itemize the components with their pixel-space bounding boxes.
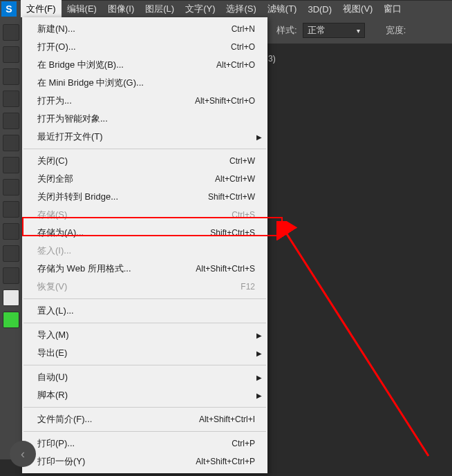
tool-icon[interactable] [3,223,19,240]
menu-item-open-as[interactable]: 打开为... Alt+Shift+Ctrl+O [22,92,267,110]
menu-item-label: 自动(U) [37,371,255,383]
menu-item-script[interactable]: 脚本(R) ▶ [22,386,267,404]
menu-item-close[interactable]: 关闭(C) Ctrl+W [22,152,267,170]
menu-window[interactable]: 窗口 [378,0,407,18]
menu-item-label: 存储(S) [37,209,232,221]
menu-item-open[interactable]: 打开(O)... Ctrl+O [22,38,267,56]
menu-item-label: 打开为... [37,95,195,107]
tool-icon[interactable] [3,24,19,41]
left-toolbar [0,17,22,459]
menu-item-label: 关闭(C) [37,155,229,167]
menu-separator [23,431,266,432]
menu-item-recent[interactable]: 最近打开文件(T) ▶ [22,128,267,146]
menu-item-shortcut: Ctrl+P [232,439,255,448]
menu-item-label: 打开为智能对象... [37,113,255,125]
tool-icon[interactable] [3,91,19,107]
svg-line-0 [285,231,429,456]
menu-item-shortcut: Alt+Shift+Ctrl+O [195,96,255,106]
tool-icon[interactable] [3,267,19,284]
menu-item-label: 新建(N)... [37,23,232,35]
menu-item-open-smart[interactable]: 打开为智能对象... [22,110,267,128]
menu-item-label: 在 Mini Bridge 中浏览(G)... [37,77,255,89]
tab-fragment: 3) [268,54,276,64]
tool-icon[interactable] [3,46,19,63]
menu-item-label: 置入(L)... [37,305,255,317]
menu-item-close-bridge[interactable]: 关闭并转到 Bridge... Shift+Ctrl+W [22,188,267,206]
menu-item-shortcut: Alt+Shift+Ctrl+I [199,415,255,424]
menu-item-save-as[interactable]: 存储为(A)... Shift+Ctrl+S [22,224,267,242]
menu-item-shortcut: Alt+Shift+Ctrl+P [196,457,255,466]
tool-icon-selected[interactable] [3,289,19,306]
menu-view[interactable]: 视图(V) [337,0,378,18]
menu-item-shortcut: Shift+Ctrl+W [208,192,255,202]
menu-item-check-in: 签入(I)... [22,242,267,260]
chevron-right-icon: ▶ [256,332,262,339]
menu-edit[interactable]: 编辑(E) [62,0,102,18]
menu-item-label: 文件简介(F)... [37,413,199,426]
menu-item-label: 打印一份(Y) [37,455,196,468]
menu-item-label: 存储为(A)... [37,227,210,239]
menu-separator [23,149,266,149]
menu-item-file-info[interactable]: 文件简介(F)... Alt+Shift+Ctrl+I [22,410,267,428]
menu-item-shortcut: F12 [241,282,255,292]
menu-item-label: 存储为 Web 所用格式... [37,263,196,275]
menu-item-label: 最近打开文件(T) [37,131,255,143]
menu-item-shortcut: Ctrl+W [229,156,255,166]
menu-item-label: 恢复(V) [37,280,241,293]
menu-file[interactable]: 文件(F) [21,0,62,18]
menu-item-print-one[interactable]: 打印一份(Y) Alt+Shift+Ctrl+P [22,453,267,470]
chevron-left-icon: ‹ [21,447,25,461]
menu-item-browse-bridge[interactable]: 在 Bridge 中浏览(B)... Alt+Ctrl+O [22,56,267,74]
menu-item-label: 打开(O)... [37,41,231,53]
menu-item-revert: 恢复(V) F12 [22,278,267,296]
menu-item-print[interactable]: 打印(P)... Ctrl+P [22,435,267,453]
menu-item-shortcut: Alt+Ctrl+W [215,174,255,184]
menu-item-save: 存储(S) Ctrl+S [22,206,267,224]
menu-item-shortcut: Alt+Ctrl+O [216,60,255,70]
menu-item-browse-mini[interactable]: 在 Mini Bridge 中浏览(G)... [22,74,267,92]
tool-icon[interactable] [3,113,19,129]
app-icon: S [1,1,17,17]
menu-item-shortcut: Alt+Shift+Ctrl+S [196,264,255,274]
tool-icon[interactable] [3,157,19,173]
menu-item-auto[interactable]: 自动(U) ▶ [22,368,267,386]
menu-item-label: 在 Bridge 中浏览(B)... [37,59,216,71]
menu-item-export[interactable]: 导出(E) ▶ [22,344,267,362]
menu-select[interactable]: 选择(S) [220,0,261,18]
menu-item-label: 导入(M) [37,329,255,341]
menu-item-label: 签入(I)... [37,245,255,257]
menu-item-label: 关闭并转到 Bridge... [37,191,208,203]
chevron-right-icon: ▶ [256,350,262,357]
chevron-right-icon: ▶ [256,374,262,381]
menu-item-close-all[interactable]: 关闭全部 Alt+Ctrl+W [22,170,267,188]
tool-icon[interactable] [3,68,19,85]
chevron-right-icon: ▶ [256,392,262,399]
tool-icon[interactable] [3,201,19,218]
menu-image[interactable]: 图像(I) [102,0,140,18]
style-select[interactable]: 正常 [303,23,365,38]
menu-item-shortcut: Ctrl+O [231,42,255,52]
menu-3d[interactable]: 3D(D) [302,1,337,17]
back-button[interactable]: ‹ [10,441,36,467]
tool-icon[interactable] [3,245,19,262]
menu-item-label: 导出(E) [37,347,255,359]
menu-text[interactable]: 文字(Y) [180,0,220,18]
menu-item-shortcut: Ctrl+S [232,210,255,220]
menu-item-label: 打印(P)... [37,437,232,450]
annotation-arrow [276,221,442,470]
menu-item-import[interactable]: 导入(M) ▶ [22,326,267,344]
tool-icon[interactable] [3,179,19,196]
menu-item-save-web[interactable]: 存储为 Web 所用格式... Alt+Shift+Ctrl+S [22,260,267,278]
menu-item-place[interactable]: 置入(L)... [22,302,267,320]
menubar: S 文件(F) 编辑(E) 图像(I) 图层(L) 文字(Y) 选择(S) 滤镜… [0,1,452,17]
menu-filter[interactable]: 滤镜(T) [262,0,303,18]
color-swatch[interactable] [3,312,19,328]
menu-layer[interactable]: 图层(L) [140,0,180,18]
chevron-right-icon: ▶ [256,133,262,141]
menu-separator [23,298,266,299]
menu-item-new[interactable]: 新建(N)... Ctrl+N [22,20,267,38]
tool-icon[interactable] [3,135,19,151]
menu-separator [23,407,266,408]
width-label: 宽度: [386,24,406,37]
file-menu-dropdown: 新建(N)... Ctrl+N 打开(O)... Ctrl+O 在 Bridge… [22,17,267,473]
